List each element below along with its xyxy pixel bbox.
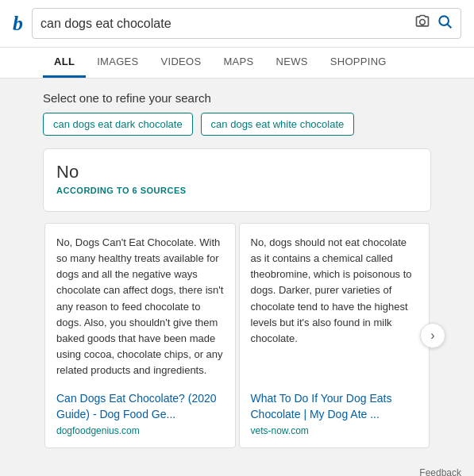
refine-btn-dark-chocolate[interactable]: can dogs eat dark chocolate — [43, 113, 193, 136]
camera-svg — [414, 13, 430, 29]
refine-section: Select one to refine your search can dog… — [43, 91, 431, 136]
nav-tabs: ALL IMAGES VIDEOS MAPS NEWS SHOPPING — [0, 48, 474, 79]
answer-sources: ACCORDING TO 6 SOURCES — [56, 186, 418, 195]
search-svg — [437, 13, 453, 29]
search-bar[interactable] — [32, 8, 461, 39]
search-input[interactable] — [40, 17, 408, 31]
svg-line-2 — [448, 25, 452, 29]
answer-box: No ACCORDING TO 6 SOURCES — [43, 148, 431, 212]
tab-images[interactable]: IMAGES — [86, 48, 149, 78]
bing-logo: b — [13, 12, 22, 36]
refine-btn-white-chocolate[interactable]: can dogs eat white chocolate — [201, 113, 355, 136]
result-card-1: No, Dogs Can't Eat Chocolate. With so ma… — [44, 223, 236, 448]
next-chevron[interactable]: › — [420, 323, 445, 348]
feedback-label[interactable]: Feedback — [419, 467, 461, 476]
refine-buttons: can dogs eat dark chocolate can dogs eat… — [43, 113, 431, 136]
search-button[interactable] — [437, 13, 453, 33]
card-2-title[interactable]: What To Do If Your Dog Eats Chocolate | … — [251, 391, 418, 422]
tab-shopping[interactable]: SHOPPING — [319, 48, 398, 78]
camera-icon[interactable] — [414, 13, 430, 33]
tab-news[interactable]: NEWS — [265, 48, 319, 78]
card-2-text: No, dogs should not eat chocolate as it … — [251, 235, 418, 378]
cards-row: No, Dogs Can't Eat Chocolate. With so ma… — [43, 223, 431, 448]
card-2-url: vets-now.com — [251, 425, 418, 436]
card-1-url: dogfoodgenius.com — [56, 425, 224, 436]
card-1-text: No, Dogs Can't Eat Chocolate. With so ma… — [56, 235, 224, 378]
answer-heading: No — [56, 162, 418, 182]
svg-point-0 — [420, 20, 426, 25]
refine-title: Select one to refine your search — [43, 91, 431, 105]
main-content: Select one to refine your search can dog… — [0, 79, 474, 461]
tab-videos[interactable]: VIDEOS — [150, 48, 213, 78]
tab-maps[interactable]: MAPS — [212, 48, 264, 78]
svg-point-1 — [439, 16, 449, 25]
search-icons — [414, 13, 453, 33]
result-card-2: No, dogs should not eat chocolate as it … — [239, 223, 430, 448]
card-1-title[interactable]: Can Dogs Eat Chocolate? (2020 Guide) - D… — [56, 391, 224, 422]
feedback-bar: Feedback — [0, 461, 474, 476]
tab-all[interactable]: ALL — [43, 48, 86, 78]
header: b — [0, 0, 474, 48]
